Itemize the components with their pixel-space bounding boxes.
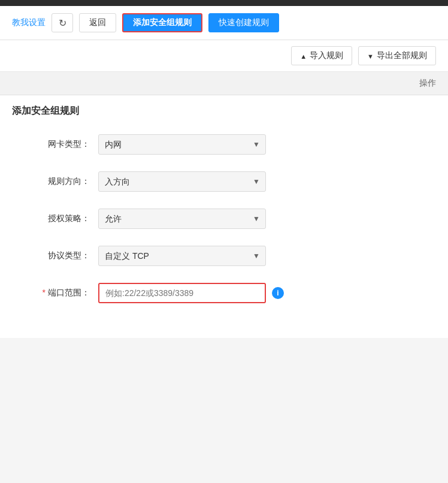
- back-button[interactable]: 返回: [79, 13, 116, 32]
- export-label: 导出全部规则: [377, 50, 427, 61]
- nic-type-select-wrapper: 内网 外网 ▼: [98, 134, 266, 155]
- sub-toolbar: 导入规则 导出全部规则: [0, 40, 448, 72]
- top-bar: [0, 0, 448, 6]
- export-rule-button[interactable]: 导出全部规则: [358, 46, 436, 65]
- rule-direction-select-wrapper: 入方向 出方向 ▼: [98, 171, 266, 192]
- port-range-input[interactable]: [98, 283, 266, 303]
- protocol-type-row: 协议类型： 自定义 TCP 自定义 UDP 全部 SSH(22) HTTP(80…: [12, 246, 436, 266]
- quick-create-button[interactable]: 快速创建规则: [208, 13, 279, 32]
- refresh-button[interactable]: ↻: [52, 13, 73, 32]
- nic-type-label: 网卡类型：: [36, 139, 90, 150]
- table-header: 操作: [0, 72, 448, 95]
- auth-policy-row: 授权策略： 允许 拒绝 ▼: [12, 209, 436, 229]
- protocol-type-label: 协议类型：: [36, 250, 90, 261]
- info-icon[interactable]: i: [272, 287, 284, 299]
- protocol-type-select-wrapper: 自定义 TCP 自定义 UDP 全部 SSH(22) HTTP(80) HTTP…: [98, 246, 266, 266]
- nic-type-select[interactable]: 内网 外网: [98, 134, 266, 155]
- rule-direction-label: 规则方向：: [36, 176, 90, 187]
- import-label: 导入规则: [310, 50, 343, 61]
- import-icon: [300, 51, 307, 61]
- add-rule-button[interactable]: 添加安全组规则: [122, 13, 202, 32]
- import-rule-button[interactable]: 导入规则: [291, 46, 352, 65]
- operation-column: 操作: [419, 78, 436, 89]
- form-container: 网卡类型： 内网 外网 ▼ 规则方向： 入方向 出方向 ▼ 授权策略： 允许 拒…: [0, 122, 448, 338]
- auth-policy-select-wrapper: 允许 拒绝 ▼: [98, 209, 266, 229]
- protocol-type-select[interactable]: 自定义 TCP 自定义 UDP 全部 SSH(22) HTTP(80) HTTP…: [98, 246, 266, 266]
- auth-policy-label: 授权策略：: [36, 213, 90, 224]
- auth-policy-select[interactable]: 允许 拒绝: [98, 209, 266, 229]
- refresh-icon: ↻: [59, 17, 66, 29]
- port-range-row: 端口范围： i: [12, 283, 436, 303]
- teach-link[interactable]: 教我设置: [12, 17, 46, 28]
- section-title: 添加安全组规则: [0, 95, 448, 122]
- port-range-label: 端口范围：: [36, 288, 90, 298]
- nic-type-row: 网卡类型： 内网 外网 ▼: [12, 134, 436, 155]
- export-icon: [367, 51, 374, 61]
- toolbar: 教我设置 ↻ 返回 添加安全组规则 快速创建规则: [0, 6, 448, 40]
- info-icon-label: i: [277, 289, 279, 297]
- rule-direction-select[interactable]: 入方向 出方向: [98, 171, 266, 192]
- rule-direction-row: 规则方向： 入方向 出方向 ▼: [12, 171, 436, 192]
